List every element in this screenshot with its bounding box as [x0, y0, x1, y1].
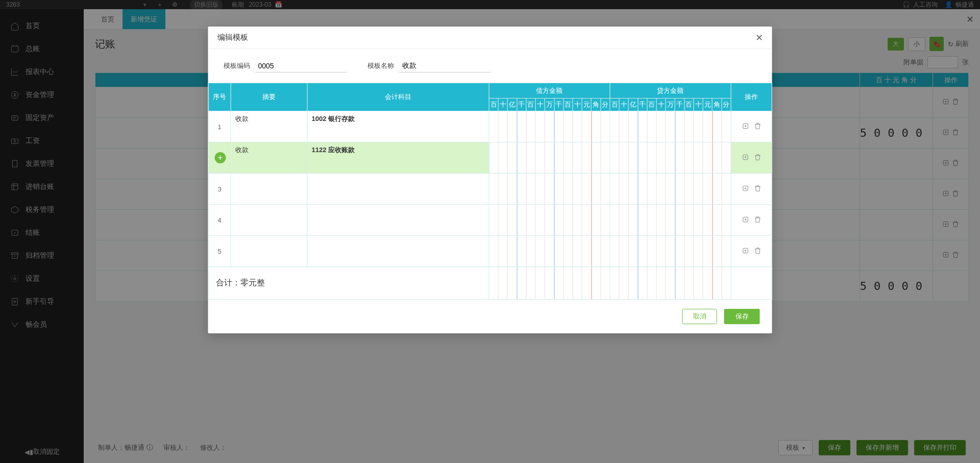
copy-row-icon[interactable] — [741, 153, 750, 162]
row-abstract[interactable] — [231, 236, 307, 267]
row-credit-amount[interactable] — [610, 142, 731, 174]
row-debit-amount[interactable] — [489, 111, 610, 142]
row-abstract[interactable] — [231, 174, 307, 205]
digit-header: 亿 — [507, 99, 517, 111]
template-code-label: 模板编码 — [224, 61, 250, 70]
digit-header: 千 — [675, 99, 684, 111]
digit-header: 角 — [712, 99, 721, 111]
row-subject[interactable]: 1122 应收账款 — [307, 142, 489, 174]
digit-header: 百 — [526, 99, 535, 111]
digit-header: 百 — [684, 99, 694, 111]
digit-header: 十 — [573, 99, 582, 111]
copy-row-icon[interactable] — [741, 246, 750, 255]
template-table: 序号 摘要 会计科目 借方金额 贷方金额 操作 百十亿千百十万千百十元角分百十亿… — [208, 83, 772, 300]
row-debit-amount[interactable] — [489, 236, 610, 267]
row-subject[interactable]: 1002 银行存款 — [307, 111, 489, 142]
row-ops — [731, 174, 772, 205]
row-subject[interactable] — [307, 174, 489, 205]
row-debit-amount[interactable] — [489, 205, 610, 236]
delete-row-icon[interactable] — [753, 215, 762, 224]
row-abstract[interactable] — [231, 205, 307, 236]
row-subject[interactable] — [307, 236, 489, 267]
digit-header: 十 — [694, 99, 703, 111]
modal-cancel-button[interactable]: 取消 — [682, 309, 717, 324]
col-abstract: 摘要 — [231, 83, 307, 111]
digit-header: 分 — [722, 99, 731, 111]
digit-header: 万 — [666, 99, 675, 111]
modal-close-button[interactable]: ✕ — [755, 32, 763, 43]
template-row[interactable]: 4 — [208, 205, 772, 236]
modal-title: 编辑模板 — [217, 33, 248, 42]
digit-header: 百 — [489, 99, 498, 111]
digit-header: 百 — [564, 99, 573, 111]
col-ops: 操作 — [731, 83, 772, 111]
delete-row-icon[interactable] — [753, 121, 762, 131]
template-name-input[interactable] — [399, 59, 491, 72]
row-index: 1 — [208, 111, 231, 142]
edit-template-modal: 编辑模板 ✕ 模板编码 模板名称 序号 摘要 会计科目 借方金额 贷方金额 操作… — [208, 27, 772, 333]
row-index: 5 — [208, 236, 231, 267]
digit-header: 元 — [582, 99, 591, 111]
template-name-label: 模板名称 — [368, 61, 394, 70]
row-index: 3 — [208, 174, 231, 205]
template-row[interactable]: +收款1122 应收账款 — [208, 142, 772, 174]
template-row[interactable]: 3 — [208, 174, 772, 205]
row-abstract[interactable]: 收款 — [231, 142, 307, 174]
copy-row-icon[interactable] — [741, 184, 750, 193]
copy-row-icon[interactable] — [741, 215, 750, 224]
delete-row-icon[interactable] — [753, 246, 762, 255]
digit-header: 角 — [591, 99, 600, 111]
modal-save-button[interactable]: 保存 — [724, 309, 760, 324]
digit-header: 十 — [619, 99, 628, 111]
template-code-input[interactable] — [255, 59, 347, 72]
row-credit-amount[interactable] — [610, 205, 731, 236]
row-debit-amount[interactable] — [489, 174, 610, 205]
digit-header: 分 — [601, 99, 610, 111]
row-ops — [731, 142, 772, 174]
delete-row-icon[interactable] — [753, 153, 762, 162]
template-row[interactable]: 1收款1002 银行存款 — [208, 111, 772, 142]
row-index: + — [208, 142, 231, 174]
row-index: 4 — [208, 205, 231, 236]
row-ops — [731, 205, 772, 236]
row-abstract[interactable]: 收款 — [231, 111, 307, 142]
digit-header: 元 — [703, 99, 712, 111]
digit-header: 百 — [610, 99, 619, 111]
digit-header: 万 — [545, 99, 554, 111]
digit-header: 十 — [535, 99, 545, 111]
digit-header: 千 — [517, 99, 526, 111]
row-debit-amount[interactable] — [489, 142, 610, 174]
row-ops — [731, 111, 772, 142]
copy-row-icon[interactable] — [741, 121, 750, 131]
row-credit-amount[interactable] — [610, 174, 731, 205]
col-debit: 借方金额 — [489, 83, 610, 99]
total-row: 合计：零元整 — [208, 267, 489, 300]
digit-header: 十 — [656, 99, 666, 111]
digit-header: 千 — [554, 99, 564, 111]
col-index: 序号 — [208, 83, 231, 111]
add-row-button[interactable]: + — [215, 152, 226, 163]
col-credit: 贷方金额 — [610, 83, 731, 99]
delete-row-icon[interactable] — [753, 184, 762, 193]
col-subject: 会计科目 — [307, 83, 489, 111]
digit-header: 千 — [638, 99, 647, 111]
digit-header: 百 — [647, 99, 656, 111]
digit-header: 十 — [498, 99, 507, 111]
template-row[interactable]: 5 — [208, 236, 772, 267]
digit-header: 亿 — [628, 99, 638, 111]
row-credit-amount[interactable] — [610, 111, 731, 142]
row-credit-amount[interactable] — [610, 236, 731, 267]
row-ops — [731, 236, 772, 267]
row-subject[interactable] — [307, 205, 489, 236]
